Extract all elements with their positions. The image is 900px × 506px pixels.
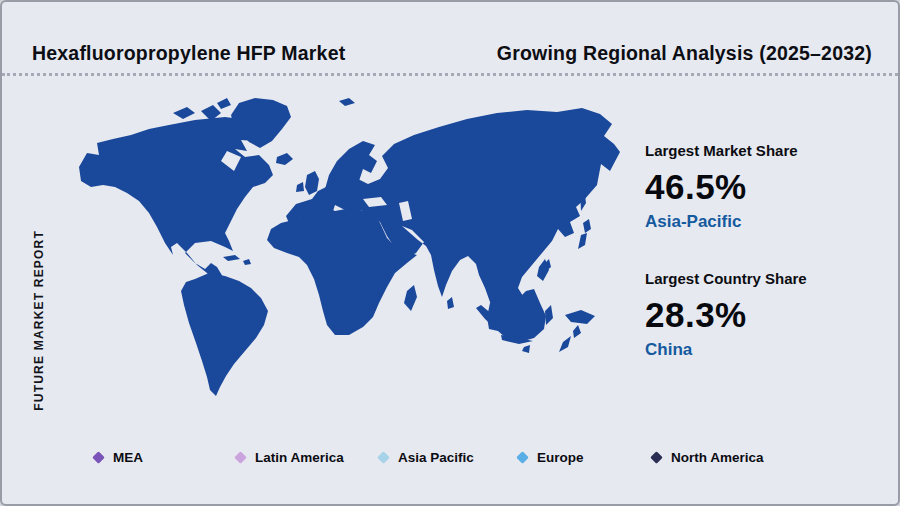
stats-panel: Largest Market Share 46.5% Asia-Pacific … (645, 142, 895, 360)
legend-item-latin-america: Latin America (236, 450, 344, 465)
stat-label: Largest Country Share (645, 270, 895, 287)
stat-region: China (645, 340, 895, 360)
legend-label: Asia Pacific (398, 450, 474, 465)
diamond-marker-icon (516, 451, 529, 464)
diamond-marker-icon (92, 451, 105, 464)
stat-region: Asia-Pacific (645, 212, 895, 232)
new-zealand (559, 325, 581, 352)
watermark-label: FUTURE MARKET REPORT (32, 230, 46, 411)
british-isles (296, 171, 319, 195)
legend-label: Latin America (255, 450, 344, 465)
legend-item-europe: Europe (518, 450, 584, 465)
stat-label: Largest Market Share (645, 142, 895, 159)
iceland (276, 153, 293, 165)
legend-label: Europe (537, 450, 584, 465)
dotted-divider (2, 73, 898, 76)
page-title: Hexafluoropropylene HFP Market (32, 42, 345, 65)
continent-south-america (181, 273, 268, 396)
infographic-root: Hexafluoropropylene HFP Market Growing R… (0, 0, 900, 506)
legend-item-mea: MEA (94, 450, 143, 465)
sri-lanka (447, 297, 454, 309)
caribbean-islands (223, 255, 251, 265)
page-subtitle: Growing Regional Analysis (2025–2032) (497, 42, 872, 65)
legend-item-north-america: North America (652, 450, 764, 465)
stat-value: 28.3% (645, 295, 895, 335)
legend-item-asia-pacific: Asia Pacific (379, 450, 474, 465)
legend-label: MEA (113, 450, 143, 465)
diamond-marker-icon (650, 451, 663, 464)
continent-north-america (79, 117, 273, 290)
stat-country-share: Largest Country Share 28.3% China (645, 270, 895, 360)
svalbard (339, 98, 355, 106)
world-map-icon (77, 95, 647, 440)
stat-market-share: Largest Market Share 46.5% Asia-Pacific (645, 142, 895, 232)
legend-label: North America (671, 450, 764, 465)
diamond-marker-icon (377, 451, 390, 464)
stat-value: 46.5% (645, 167, 895, 207)
madagascar (404, 285, 417, 311)
header: Hexafluoropropylene HFP Market Growing R… (2, 2, 898, 73)
diamond-marker-icon (234, 451, 247, 464)
